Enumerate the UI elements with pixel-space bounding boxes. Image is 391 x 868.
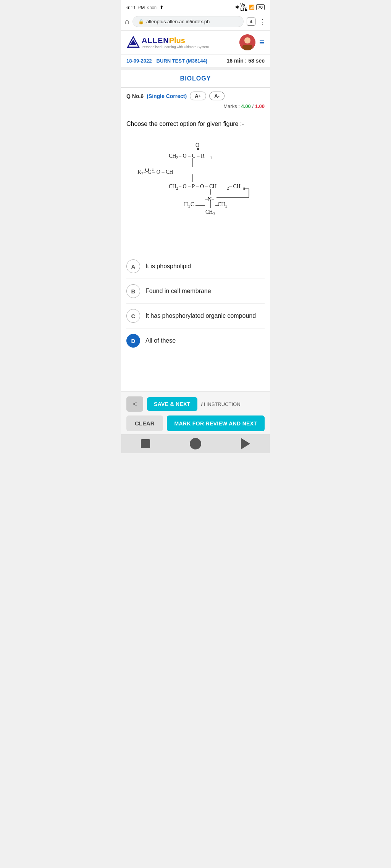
question-header: Q No.6 (Single Correct) A+ A- Marks : 4.… [121, 88, 270, 113]
logo-text-area: ALLEN Plus Personalised Learning with Ul… [142, 36, 209, 49]
option-a-circle[interactable]: A [126, 259, 140, 273]
save-next-button[interactable]: SAVE & NEXT [147, 397, 197, 411]
svg-text:– C – O – CH: – C – O – CH [143, 169, 173, 175]
option-b-circle[interactable]: B [126, 284, 140, 298]
option-d-circle[interactable]: D [126, 334, 140, 348]
question-text: Choose the correct option for given figu… [126, 119, 265, 129]
svg-text:2: 2 [176, 155, 178, 160]
test-date: 18-09-2022 [126, 58, 152, 64]
allen-logo-icon [126, 35, 140, 49]
section-label: BIOLOGY [121, 70, 270, 88]
marks-wrong: 1.00 [255, 103, 265, 109]
svg-rect-4 [242, 45, 252, 50]
font-increase-button[interactable]: A+ [190, 92, 206, 100]
svg-text:3: 3 [213, 211, 215, 216]
option-b-text: Found in cell membrane [145, 284, 211, 296]
mark-review-button[interactable]: MARK FOR REVIEW AND NEXT [167, 415, 265, 431]
url-text: allenplus.allen.ac.in/index.ph [146, 19, 210, 24]
test-timer: 16 min : 58 sec [226, 58, 265, 64]
svg-text:2: 2 [176, 186, 178, 190]
test-info-bar: 18-09-2022 BURN TEST (M36144) 16 min : 5… [121, 55, 270, 68]
question-body: Choose the correct option for given figu… [121, 113, 270, 250]
marks-correct: 4.00 [241, 103, 251, 109]
upload-icon: ⬆ [160, 5, 164, 10]
svg-text:– O – C – R: – O – C – R [178, 153, 205, 159]
svg-text:CH: CH [169, 153, 176, 159]
question-number: Q No.6 [126, 93, 144, 99]
svg-text:– O – P – O – CH: – O – P – O – CH [178, 184, 217, 189]
svg-text:CH: CH [205, 209, 213, 215]
svg-text:3: 3 [225, 204, 228, 208]
battery-icon: 70 [256, 4, 265, 10]
content-spacer [121, 361, 270, 391]
status-right: ✱ VoLTE 📶 70 [235, 3, 265, 11]
chemical-structure-svg: .chem { font-family: 'Times New Roman', … [131, 135, 260, 235]
bottom-row-1: < SAVE & NEXT i i INSTRUCTION [126, 396, 265, 412]
option-c-text: It has phosphorylated organic compound [145, 309, 256, 320]
test-info-left: 18-09-2022 BURN TEST (M36144) [126, 58, 207, 64]
svg-text:C: C [191, 201, 194, 207]
section-name: BIOLOGY [180, 75, 211, 82]
test-name: BURN TEST (M36144) [157, 58, 208, 64]
clear-button[interactable]: CLEAR [126, 415, 163, 431]
back-button[interactable]: < [126, 396, 143, 412]
options-list: A It is phospholipid B Found in cell mem… [121, 250, 270, 361]
header-right: ≡ [239, 34, 265, 50]
option-b[interactable]: B Found in cell membrane [126, 279, 265, 304]
option-c[interactable]: C It has phosphorylated organic compound [126, 304, 265, 329]
instruction-button[interactable]: i i INSTRUCTION [201, 401, 241, 407]
browser-bar: ⌂ 🔒 allenplus.allen.ac.in/index.ph 4 ⋮ [121, 13, 270, 31]
status-left: 6:11 PM dhoni ⬆ [126, 5, 164, 10]
signal-icon: 📶 [249, 5, 255, 10]
question-type: (Single Correct) [147, 93, 187, 99]
logo-sub: Personalised Learning with Ultimate Syst… [142, 45, 209, 49]
android-back-button[interactable] [241, 438, 250, 449]
lte-icon: VoLTE [241, 3, 247, 11]
svg-text:2: 2 [227, 186, 229, 190]
url-bar[interactable]: 🔒 allenplus.allen.ac.in/index.ph [132, 16, 244, 27]
menu-dots-icon[interactable]: ⋮ [259, 17, 266, 26]
svg-text:–N–: –N– [205, 196, 215, 202]
carrier-name: dhoni [147, 5, 157, 10]
svg-text:CH: CH [218, 201, 225, 207]
marks-display: Marks : 4.00 / 1.00 [223, 103, 265, 109]
svg-text:2: 2 [243, 186, 246, 190]
svg-text:1: 1 [210, 155, 212, 160]
svg-text:CH: CH [169, 184, 176, 189]
android-home-button[interactable] [190, 438, 201, 449]
option-a[interactable]: A It is phospholipid [126, 254, 265, 279]
svg-text:H: H [184, 201, 188, 207]
option-d[interactable]: D All of these [126, 329, 265, 353]
font-decrease-button[interactable]: A- [209, 92, 225, 100]
bottom-row-2: CLEAR MARK FOR REVIEW AND NEXT [126, 415, 265, 431]
home-icon[interactable]: ⌂ [125, 17, 129, 26]
logo-area: ALLEN Plus Personalised Learning with Ul… [126, 35, 209, 49]
avatar[interactable] [239, 34, 255, 50]
logo-plus: Plus [169, 36, 185, 45]
svg-text:O: O [196, 142, 199, 148]
status-bar: 6:11 PM dhoni ⬆ ✱ VoLTE 📶 70 [121, 0, 270, 13]
hamburger-menu-icon[interactable]: ≡ [259, 37, 265, 48]
status-time: 6:11 PM [126, 5, 145, 10]
android-square-button[interactable] [141, 439, 150, 448]
app-header: ALLEN Plus Personalised Learning with Ul… [121, 31, 270, 55]
option-c-circle[interactable]: C [126, 309, 140, 323]
tab-count[interactable]: 4 [247, 18, 255, 26]
info-icon: i [201, 401, 203, 407]
lock-icon: 🔒 [138, 19, 144, 24]
option-d-text: All of these [145, 334, 176, 345]
bluetooth-icon: ✱ [235, 5, 239, 10]
bottom-bar: < SAVE & NEXT i i INSTRUCTION CLEAR MARK… [121, 391, 270, 434]
logo-allen: ALLEN [142, 36, 169, 45]
instruction-label: i INSTRUCTION [204, 401, 240, 407]
option-a-text: It is phospholipid [145, 259, 191, 271]
svg-text:R: R [137, 169, 141, 175]
chemical-structure: .chem { font-family: 'Times New Roman', … [126, 135, 265, 235]
svg-text:– CH: – CH [229, 184, 241, 189]
svg-point-3 [244, 37, 250, 43]
svg-text:2: 2 [141, 171, 144, 176]
android-nav-bar [121, 434, 270, 453]
